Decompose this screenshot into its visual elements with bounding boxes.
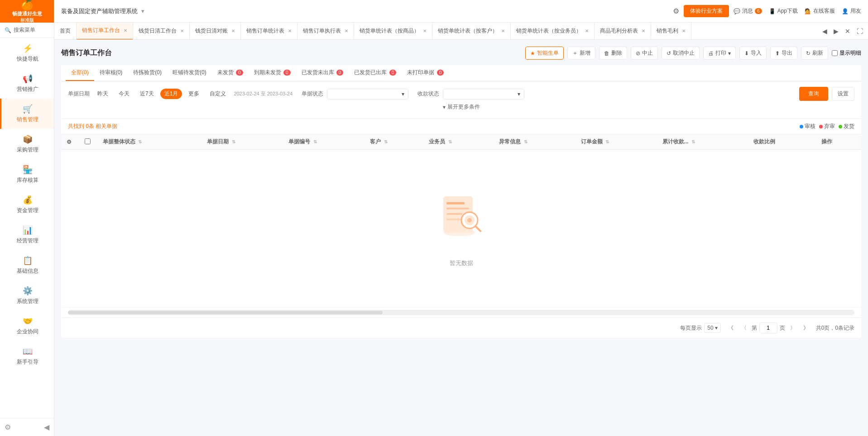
- sidebar-item-enterprise[interactable]: 🤝 企业协同: [0, 311, 54, 341]
- sidebar-search[interactable]: 🔍 搜索菜单: [0, 23, 54, 38]
- cancel-stop-btn[interactable]: ↺ 取消中止: [662, 47, 700, 60]
- per-page-select[interactable]: 50 ▾: [704, 323, 720, 333]
- page-number-input[interactable]: 1: [759, 322, 777, 333]
- print-btn[interactable]: 🖨 打印 ▾: [703, 47, 736, 60]
- sidebar-item-marketing[interactable]: 📢 营销推广: [0, 68, 54, 99]
- scroll-thumb[interactable]: [68, 311, 383, 314]
- date-btn-custom[interactable]: 自定义: [206, 89, 230, 99]
- payment-select[interactable]: ▾: [443, 89, 524, 100]
- page-prev-btn[interactable]: 〈: [739, 322, 749, 333]
- settings-bottom-icon[interactable]: ⚙: [5, 423, 11, 431]
- collapse-sidebar-icon[interactable]: ◀: [44, 423, 49, 431]
- sidebar-item-purchase[interactable]: 📦 采购管理: [0, 129, 54, 159]
- add-btn[interactable]: ＋ 新增: [567, 47, 595, 60]
- header-settings-icon[interactable]: ⚙: [673, 7, 679, 15]
- ship-action-btn[interactable]: 发货: [839, 123, 854, 130]
- expand-conditions[interactable]: ▾ 展开更多条件: [68, 101, 854, 113]
- tab-sales-summary-customer[interactable]: 销货单统计表（按客户） ✕: [432, 23, 511, 40]
- expand-system-btn[interactable]: ▾: [141, 8, 144, 14]
- col-settings-icon[interactable]: ⚙: [67, 139, 72, 145]
- col-amount-sort[interactable]: ⇅: [605, 139, 609, 144]
- tab-cash-reconcile-close[interactable]: ✕: [231, 28, 235, 33]
- tab-scroll-left[interactable]: ◀: [820, 26, 830, 36]
- status-select[interactable]: ▾: [327, 89, 408, 100]
- tab-home[interactable]: 首页: [54, 23, 77, 40]
- col-collected-sort[interactable]: ⇅: [691, 139, 695, 144]
- col-abnormal-sort[interactable]: ⇅: [524, 139, 528, 144]
- app-download-btn[interactable]: 📱 App下载: [769, 7, 798, 15]
- date-btn-more[interactable]: 更多: [184, 89, 203, 99]
- filter-tab-expired-not-shipped[interactable]: 到期未发货 0: [249, 65, 296, 81]
- tab-sales-profit[interactable]: 销售毛利 ✕: [651, 23, 691, 40]
- filter-tab-shipped-out[interactable]: 已发货已出库 0: [349, 65, 402, 81]
- delete-btn[interactable]: 🗑 删除: [599, 47, 627, 60]
- tab-cash-daily[interactable]: 钱货日清工作台 ✕: [133, 23, 190, 40]
- industry-solution-btn[interactable]: 体验行业方案: [684, 5, 729, 17]
- page-last-btn[interactable]: 》: [801, 322, 811, 333]
- refresh-btn[interactable]: ↻ 刷新: [801, 47, 828, 60]
- tab-sales-summary-staff[interactable]: 销货单统计表（按业务员） ✕: [511, 23, 595, 40]
- cancel-review-action-btn[interactable]: 弃审: [819, 123, 835, 130]
- col-number-sort[interactable]: ⇅: [313, 139, 317, 144]
- tab-scroll-right[interactable]: ▶: [831, 26, 841, 36]
- col-status-sort[interactable]: ⇅: [138, 139, 142, 144]
- tab-sales-exec[interactable]: 销售订单执行表 ✕: [297, 23, 354, 40]
- horizontal-scrollbar[interactable]: [68, 310, 854, 315]
- select-all-checkbox[interactable]: [85, 138, 91, 144]
- sidebar-item-quick-nav[interactable]: ⚡ 快捷导航: [0, 38, 54, 68]
- page-next-btn[interactable]: 〉: [787, 322, 798, 333]
- tab-sales-workbench-close[interactable]: ✕: [124, 28, 127, 33]
- sidebar-logo[interactable]: 🍊 畅捷通好生意 标准版: [0, 0, 54, 23]
- filter-tab-not-printed[interactable]: 未打印单据 0: [402, 65, 449, 81]
- filter-tab-pending-review[interactable]: 待审核(0): [94, 65, 128, 81]
- tab-summary-product-close[interactable]: ✕: [423, 28, 427, 33]
- sidebar-item-basics[interactable]: 📋 基础信息: [0, 250, 54, 280]
- date-btn-7days[interactable]: 近7天: [136, 89, 158, 99]
- sidebar-item-inventory[interactable]: 🏪 库存核算: [0, 159, 54, 190]
- tab-product-margin-close[interactable]: ✕: [642, 28, 645, 33]
- sidebar-item-finance[interactable]: 💰 资金管理: [0, 190, 54, 220]
- tab-summary-customer-close[interactable]: ✕: [501, 28, 505, 33]
- date-btn-1month[interactable]: 近1月: [160, 89, 182, 99]
- empty-state-row: 暂无数据: [61, 150, 861, 308]
- sidebar-item-tutorial[interactable]: 📖 新手引导: [0, 341, 54, 371]
- tab-sales-summary-product[interactable]: 销货单统计表（按商品） ✕: [354, 23, 432, 40]
- page-first-btn[interactable]: 《: [725, 322, 736, 333]
- sidebar-item-operations[interactable]: 📊 经营管理: [0, 220, 54, 250]
- tab-sales-stats[interactable]: 销售订单统计表 ✕: [241, 23, 297, 40]
- tab-sales-profit-close[interactable]: ✕: [682, 28, 686, 33]
- filter-tab-shipped-not-out[interactable]: 已发货未出库 0: [296, 65, 349, 81]
- tab-cash-reconcile[interactable]: 钱货日清对账 ✕: [190, 23, 241, 40]
- tab-sales-workbench[interactable]: 销售订单工作台 ✕: [77, 23, 133, 40]
- tab-product-margin[interactable]: 商品毛利分析表 ✕: [595, 23, 651, 40]
- query-btn[interactable]: 查询: [799, 87, 828, 101]
- filter-tab-pending-check[interactable]: 待拣验货(0): [128, 65, 167, 81]
- filter-tab-wangpu[interactable]: 旺铺待发货(0): [167, 65, 212, 81]
- user-menu-btn[interactable]: 👤 用友: [842, 7, 861, 15]
- tab-close-all[interactable]: ✕: [842, 26, 853, 36]
- date-btn-today[interactable]: 今天: [115, 89, 134, 99]
- filter-tab-not-shipped[interactable]: 未发货 0: [212, 65, 249, 81]
- sidebar-item-system[interactable]: ⚙️ 系统管理: [0, 280, 54, 311]
- tab-cash-daily-close[interactable]: ✕: [180, 28, 184, 33]
- message-btn[interactable]: 💬 消息 6: [734, 7, 762, 15]
- col-staff-sort[interactable]: ⇅: [448, 139, 452, 144]
- review-action-btn[interactable]: 审核: [800, 123, 815, 130]
- sidebar-item-sales[interactable]: 🛒 销售管理: [0, 99, 54, 129]
- tab-sales-stats-close[interactable]: ✕: [288, 28, 292, 33]
- show-detail-toggle[interactable]: 显示明细: [832, 49, 861, 57]
- col-customer-sort[interactable]: ⇅: [384, 139, 388, 144]
- export-btn[interactable]: ⬆ 导出: [770, 47, 797, 60]
- tab-sales-exec-close[interactable]: ✕: [345, 28, 348, 33]
- show-detail-checkbox[interactable]: [832, 50, 838, 56]
- online-service-btn[interactable]: 💁 在线客服: [805, 7, 835, 15]
- filter-tab-all[interactable]: 全部(0): [66, 65, 94, 81]
- date-btn-yesterday[interactable]: 昨天: [93, 89, 112, 99]
- stop-btn[interactable]: ⊘ 中止: [631, 47, 658, 60]
- tab-expand-icon[interactable]: ⛶: [854, 26, 866, 36]
- ai-generate-btn[interactable]: ★ 智能生单: [525, 47, 564, 60]
- tab-summary-staff-close[interactable]: ✕: [585, 28, 589, 33]
- filter-settings-btn[interactable]: 设置: [832, 87, 854, 101]
- col-date-sort[interactable]: ⇅: [232, 139, 235, 144]
- import-btn[interactable]: ⬇ 导入: [739, 47, 767, 60]
